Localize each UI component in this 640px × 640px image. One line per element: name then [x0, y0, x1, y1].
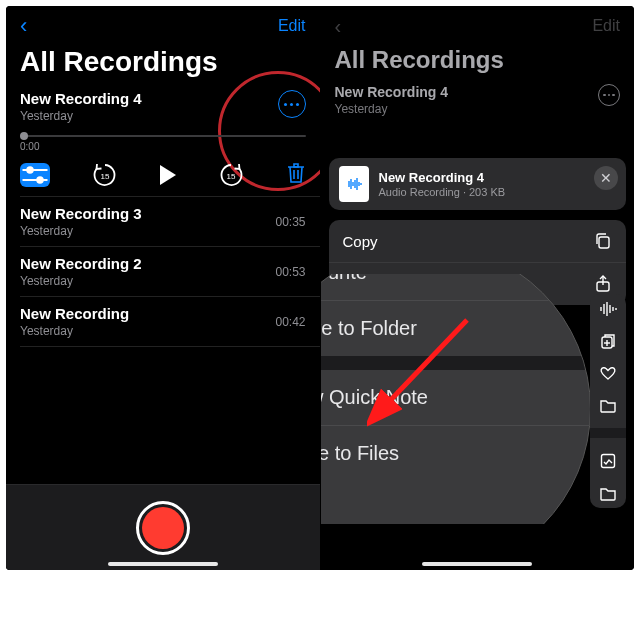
home-indicator[interactable] [108, 562, 218, 566]
heart-icon[interactable] [599, 364, 617, 382]
recording-subtitle: Yesterday [20, 274, 142, 288]
playback-scrubber[interactable]: 0:00 [6, 125, 320, 152]
recording-name: New Recording 4 [335, 84, 621, 100]
close-button[interactable]: ✕ [594, 166, 618, 190]
action-label: Share [343, 276, 383, 293]
edit-button-dimmed: Edit [592, 17, 620, 35]
action-label: Copy [343, 233, 378, 250]
share-sheet-screen: ‹ Edit All Recordings New Recording 4 Ye… [321, 6, 635, 570]
share-file-title: New Recording 4 [379, 170, 506, 185]
quick-note-icon[interactable] [599, 452, 617, 470]
recording-subtitle: Yesterday [20, 109, 306, 123]
folder-icon[interactable] [599, 484, 617, 502]
duplicate-icon[interactable] [599, 332, 617, 350]
record-toolbar [6, 484, 320, 570]
recording-subtitle: Yesterday [20, 324, 129, 338]
recording-duration: 00:53 [275, 265, 305, 279]
svg-text:15: 15 [100, 172, 109, 181]
svg-point-3 [37, 177, 43, 183]
playback-time: 0:00 [20, 141, 306, 152]
recording-row[interactable]: New Recording 3Yesterday 00:35 [6, 197, 320, 246]
action-icon-strip [590, 294, 626, 508]
skip-back-15-button[interactable]: 15 [92, 162, 118, 188]
recording-name: New Recording 2 [20, 255, 142, 272]
recording-row-dimmed: New Recording 4 Yesterday [321, 80, 635, 124]
edit-button[interactable]: Edit [278, 17, 306, 35]
playback-controls: 15 15 [6, 152, 320, 196]
voice-memos-list-screen: ‹ Edit All Recordings New Recording 4 Ye… [6, 6, 320, 570]
play-button[interactable] [160, 165, 176, 185]
back-chevron-icon[interactable]: ‹ [20, 15, 27, 37]
skip-forward-15-button[interactable]: 15 [218, 162, 244, 188]
nav-bar: ‹ Edit [6, 6, 320, 46]
copy-action[interactable]: Copy [329, 220, 627, 262]
selected-recording[interactable]: New Recording 4 Yesterday [6, 84, 320, 125]
settings-sliders-button[interactable] [20, 163, 50, 187]
recording-row[interactable]: New Recording 2Yesterday 00:53 [6, 247, 320, 296]
svg-text:15: 15 [226, 172, 235, 181]
more-options-button[interactable] [278, 90, 306, 118]
recording-subtitle: Yesterday [20, 224, 142, 238]
share-file-subtitle: Audio Recording · 203 KB [379, 186, 506, 198]
page-title-dimmed: All Recordings [321, 46, 635, 80]
svg-rect-16 [599, 237, 609, 248]
record-button[interactable] [136, 501, 190, 555]
folder-icon[interactable] [599, 396, 617, 414]
delete-button[interactable] [286, 162, 306, 188]
share-sheet-header: New Recording 4 Audio Recording · 203 KB… [329, 158, 627, 210]
recording-name: New Recording [20, 305, 129, 322]
nav-bar-dimmed: ‹ Edit [321, 6, 635, 46]
recording-row[interactable]: New RecordingYesterday 00:42 [6, 297, 320, 346]
svg-point-2 [27, 167, 33, 173]
share-icon [594, 275, 612, 293]
more-options-icon [598, 84, 620, 106]
recording-name: New Recording 3 [20, 205, 142, 222]
copy-icon [594, 232, 612, 250]
recording-subtitle: Yesterday [335, 102, 621, 116]
waveform-icon[interactable] [599, 300, 617, 318]
page-title: All Recordings [6, 46, 320, 84]
recording-name: New Recording 4 [20, 90, 306, 107]
back-chevron-icon: ‹ [335, 15, 342, 38]
recording-duration: 00:35 [275, 215, 305, 229]
share-action[interactable]: Share [329, 262, 627, 305]
home-indicator[interactable] [422, 562, 532, 566]
share-sheet: New Recording 4 Audio Recording · 203 KB… [329, 158, 627, 570]
recording-duration: 00:42 [275, 315, 305, 329]
audio-file-icon [339, 166, 369, 202]
share-actions-group: Copy Share [329, 220, 627, 305]
